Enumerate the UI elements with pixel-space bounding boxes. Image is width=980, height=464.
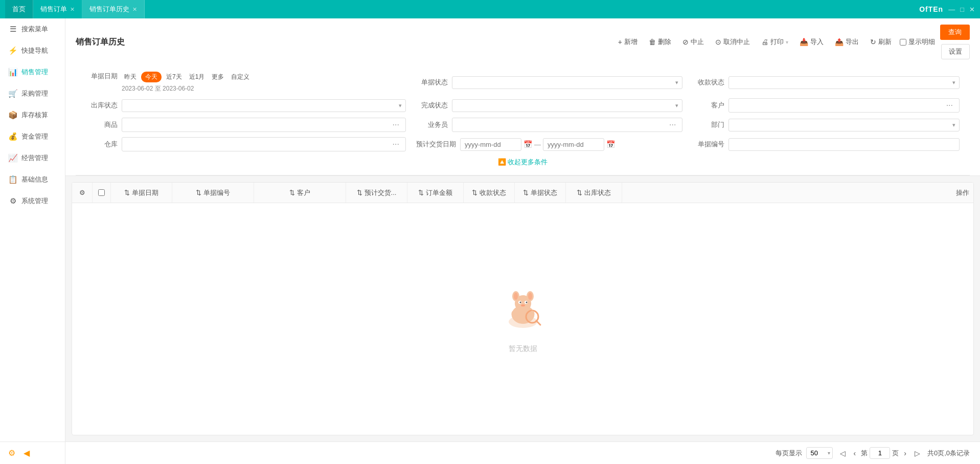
doc-status-label: 单据状态 — [416, 78, 452, 87]
window-close-btn[interactable]: ✕ — [969, 6, 975, 13]
th-checkbox[interactable] — [93, 183, 111, 203]
sidebar-label-sales-mgmt: 销售管理 — [21, 68, 48, 77]
prev-page-btn[interactable]: ‹ — [851, 448, 859, 458]
print-icon: 🖨 — [761, 38, 768, 46]
date-btn-more[interactable]: 更多 — [209, 72, 226, 82]
th-doc-status[interactable]: ⇅ 单据状态 — [515, 183, 566, 203]
collapse-row[interactable]: 🔼 收起更多条件 — [86, 156, 960, 169]
sidebar-item-basic-info[interactable]: 📋 基础信息 — [0, 169, 65, 190]
page-header: 销售订单历史 + 新增 🗑 删除 ⊘ 中止 ⊙ — [65, 18, 980, 176]
empty-state: 暂无数据 — [72, 203, 973, 435]
sidebar-item-ops-mgmt[interactable]: 📈 经营管理 — [0, 147, 65, 169]
sales-mgmt-icon: 📊 — [8, 68, 17, 77]
date-btn-today[interactable]: 今天 — [141, 72, 162, 82]
main-layout: ☰ 搜索菜单 ⚡ 快捷导航 📊 销售管理 🛒 采购管理 📦 库存核算 💰 资金管… — [0, 18, 980, 464]
first-page-btn[interactable]: ◁ — [837, 448, 849, 458]
show-col-checkbox[interactable] — [900, 39, 906, 46]
sidebar-item-search-menu[interactable]: ☰ 搜索菜单 — [0, 18, 65, 40]
tab-sales-order-history[interactable]: 销售订单历史 ✕ — [82, 0, 145, 18]
sidebar-item-system-mgmt[interactable]: ⚙ 系统管理 — [0, 190, 65, 212]
sidebar-label-basic-info: 基础信息 — [21, 175, 48, 184]
cancel-stop-btn[interactable]: ⊙ 取消中止 — [712, 35, 753, 49]
product-ellipsis-btn[interactable]: ··· — [391, 120, 401, 129]
sidebar-item-purchase-mgmt[interactable]: 🛒 采购管理 — [0, 83, 65, 104]
date-btn-yesterday[interactable]: 昨天 — [122, 72, 139, 82]
delivery-date-start-input[interactable] — [460, 138, 521, 151]
svg-point-11 — [521, 304, 525, 306]
finance-mgmt-icon: 💰 — [8, 132, 17, 141]
th-payment-status-label: 收款状态 — [480, 188, 506, 197]
doc-status-select[interactable] — [452, 76, 683, 89]
sort-icon-delivery-date: ⇅ — [357, 189, 362, 196]
th-stock-status[interactable]: ⇅ 出库状态 — [566, 183, 622, 203]
th-doc-number[interactable]: ⇅ 单据编号 — [172, 183, 254, 203]
th-order-amount[interactable]: ⇅ 订单金额 — [407, 183, 464, 203]
delete-label: 删除 — [658, 37, 671, 47]
settings-button[interactable]: 设置 — [941, 44, 970, 59]
out-status-select[interactable] — [122, 99, 406, 112]
window-minimize-btn[interactable]: — — [948, 6, 955, 13]
sidebar-item-inventory-mgmt[interactable]: 📦 库存核算 — [0, 104, 65, 126]
per-page-select[interactable]: 50 100 200 — [806, 447, 833, 459]
delivery-date-start-calendar-icon[interactable]: 📅 — [523, 140, 532, 148]
last-page-btn[interactable]: ▷ — [911, 448, 923, 458]
complete-status-select[interactable] — [452, 99, 683, 112]
sidebar-collapse-icon[interactable]: ◀ — [24, 448, 30, 458]
sidebar-item-sales-mgmt[interactable]: 📊 销售管理 — [0, 61, 65, 83]
delivery-date-end-input[interactable] — [543, 138, 604, 151]
sort-icon-customer: ⇅ — [289, 189, 295, 196]
sidebar-item-quick-nav[interactable]: ⚡ 快捷导航 — [0, 40, 65, 61]
customer-ellipsis-btn[interactable]: ··· — [944, 101, 955, 110]
sidebar-label-search-menu: 搜索菜单 — [21, 25, 48, 34]
total-records-text: 共0页,0条记录 — [927, 449, 970, 458]
dept-select[interactable] — [728, 119, 960, 131]
th-doc-number-label: 单据编号 — [203, 188, 230, 197]
th-customer[interactable]: ⇅ 客户 — [254, 183, 346, 203]
sales-order-tab-label: 销售订单 — [40, 5, 67, 14]
import-btn[interactable]: 📥 导入 — [796, 35, 827, 49]
print-label: 打印 — [770, 37, 784, 47]
page-label-post: 页 — [892, 449, 899, 458]
export-btn[interactable]: 📤 导出 — [832, 35, 862, 49]
window-maximize-btn[interactable]: □ — [960, 6, 964, 13]
th-order-amount-label: 订单金额 — [426, 188, 452, 197]
product-label: 商品 — [86, 120, 122, 129]
sales-order-history-tab-close[interactable]: ✕ — [132, 6, 137, 13]
th-delivery-date[interactable]: ⇅ 预计交货... — [346, 183, 407, 203]
sales-order-tab-close[interactable]: ✕ — [70, 6, 75, 13]
payment-status-select[interactable] — [728, 76, 960, 89]
next-page-btn[interactable]: › — [901, 448, 909, 458]
th-settings[interactable]: ⚙ — [72, 183, 93, 203]
warehouse-label: 仓库 — [86, 140, 122, 149]
page-number-input[interactable] — [870, 447, 890, 459]
print-btn[interactable]: 🖨 打印 ▾ — [758, 35, 791, 49]
sidebar-settings-icon[interactable]: ⚙ — [8, 448, 15, 458]
new-btn[interactable]: + 新增 — [615, 35, 641, 49]
sidebar-label-ops-mgmt: 经营管理 — [21, 153, 48, 163]
th-payment-status[interactable]: ⇅ 收款状态 — [464, 183, 515, 203]
show-col-toggle[interactable]: 显示明细 — [900, 37, 935, 47]
stop-btn[interactable]: ⊘ 中止 — [679, 35, 707, 49]
th-doc-status-label: 单据状态 — [531, 188, 557, 197]
home-tab-label: 首页 — [12, 5, 26, 14]
pagination: 每页显示 50 100 200 ◁ ‹ 第 页 › ▷ 共0页,0条记录 — [65, 441, 980, 464]
delivery-date-end-calendar-icon[interactable]: 📅 — [606, 140, 615, 148]
refresh-btn[interactable]: ↻ 刷新 — [867, 35, 895, 49]
date-btn-custom[interactable]: 自定义 — [229, 72, 252, 82]
select-all-checkbox[interactable] — [98, 189, 105, 196]
salesperson-ellipsis-btn[interactable]: ··· — [667, 120, 678, 129]
date-btn-7days[interactable]: 近7天 — [164, 72, 185, 82]
per-page-wrapper: 50 100 200 — [806, 447, 833, 459]
warehouse-ellipsis-btn[interactable]: ··· — [391, 140, 401, 149]
purchase-mgmt-icon: 🛒 — [8, 89, 17, 98]
print-arrow-icon: ▾ — [786, 39, 788, 45]
page-title: 销售订单历史 — [76, 37, 125, 48]
tab-home[interactable]: 首页 — [5, 0, 33, 18]
doc-number-input[interactable] — [728, 138, 960, 151]
sidebar-item-finance-mgmt[interactable]: 💰 资金管理 — [0, 126, 65, 147]
query-button[interactable]: 查询 — [940, 25, 970, 40]
date-btn-1month[interactable]: 近1月 — [187, 72, 208, 82]
tab-sales-order[interactable]: 销售订单 ✕ — [33, 0, 82, 18]
th-doc-date[interactable]: ⇅ 单据日期 — [111, 183, 172, 203]
delete-btn[interactable]: 🗑 删除 — [646, 35, 674, 49]
